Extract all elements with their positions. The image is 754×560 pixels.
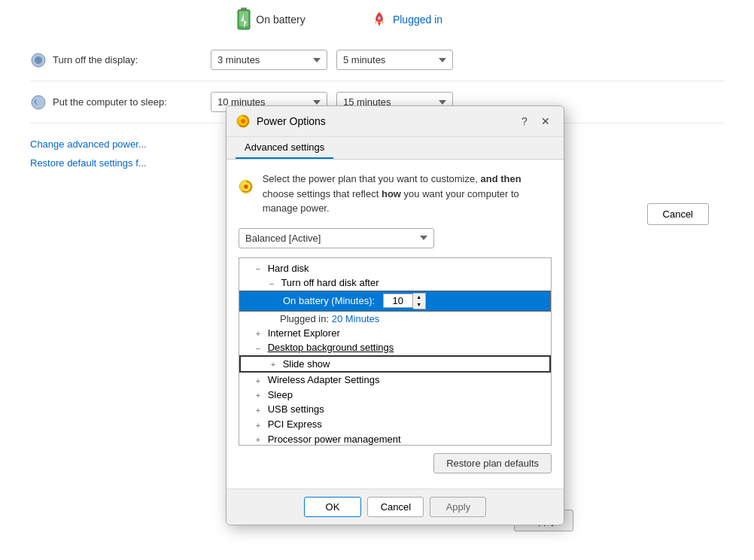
- usb-settings-item[interactable]: + USB settings: [239, 402, 551, 417]
- close-button[interactable]: ✕: [537, 112, 555, 130]
- turn-off-display-label: Turn off the display:: [53, 54, 138, 65]
- modal-content: Select the power plan that you want to c…: [227, 160, 564, 488]
- rocket-icon: [370, 11, 388, 29]
- turn-off-battery-dropdown[interactable]: 3 minutes 5 minutes 10 minutes 15 minute…: [211, 50, 327, 70]
- slide-show-label: Slide show: [283, 358, 330, 370]
- svg-point-7: [32, 96, 45, 109]
- usb-settings-label: USB settings: [268, 403, 324, 415]
- plugged-in-label: Plugged in: [393, 14, 442, 26]
- spinbox-up-button[interactable]: ▲: [413, 294, 425, 301]
- internet-explorer-item[interactable]: + Internet Explorer: [239, 326, 551, 341]
- help-button[interactable]: ?: [515, 112, 534, 130]
- ok-button[interactable]: OK: [304, 497, 362, 517]
- desktop-background-item[interactable]: − Desktop background settings: [239, 340, 551, 355]
- wireless-adapter-label: Wireless Adapter Settings: [268, 374, 380, 385]
- svg-point-6: [35, 56, 42, 64]
- expand-ie-icon: +: [253, 328, 263, 339]
- sleep-icon: [30, 94, 47, 111]
- pci-express-label: PCI Express: [268, 418, 322, 430]
- modal-title-text: Power Options: [257, 115, 326, 127]
- hard-disk-label: Hard disk: [268, 263, 309, 274]
- wireless-adapter-item[interactable]: + Wireless Adapter Settings: [239, 373, 551, 388]
- advanced-settings-tab[interactable]: Advanced settings: [236, 137, 333, 159]
- apply-button[interactable]: Apply: [430, 497, 486, 517]
- sleep-label-tree: Sleep: [268, 389, 293, 400]
- bg-cancel-area: Cancel: [647, 203, 709, 225]
- expand-usb-icon: +: [253, 405, 263, 415]
- description-area: Select the power plan that you want to c…: [239, 172, 552, 216]
- plugged-in-header: Plugged in: [370, 11, 442, 29]
- expand-slideshow-icon: +: [268, 359, 278, 370]
- plugged-in-minutes-label: Plugged in:: [280, 313, 329, 324]
- plugged-column-header: Plugged in: [346, 11, 467, 29]
- modal-power-icon: [239, 172, 254, 202]
- expand-sleep-icon: +: [253, 390, 263, 400]
- modal-title-controls: ? ✕: [515, 112, 555, 130]
- modal-titlebar: Power Options ? ✕: [227, 106, 564, 137]
- expand-processor-icon: +: [253, 434, 263, 445]
- collapse2-icon: −: [266, 278, 277, 289]
- modal-description-text: Select the power plan that you want to c…: [263, 172, 552, 216]
- plugged-in-minutes-item[interactable]: Plugged in: 20 Minutes: [239, 312, 551, 326]
- turn-off-plugged-dropdown[interactable]: 3 minutes 5 minutes 10 minutes 15 minute…: [336, 50, 453, 70]
- turn-off-hard-disk-item[interactable]: − Turn off hard disk after: [239, 275, 551, 291]
- desktop-background-label: Desktop background settings: [268, 342, 394, 353]
- pci-express-item[interactable]: + PCI Express: [239, 417, 551, 432]
- battery-icon: [236, 8, 251, 32]
- power-options-icon: [236, 114, 251, 129]
- plan-dropdown[interactable]: Balanced [Active] Power saver High perfo…: [239, 228, 434, 248]
- sleep-label: Put the computer to sleep:: [53, 96, 167, 108]
- spinbox-input[interactable]: [383, 294, 413, 308]
- hard-disk-item[interactable]: − Hard disk: [239, 261, 551, 276]
- spinbox-buttons: ▲ ▼: [413, 293, 426, 309]
- column-headers: On battery Plugged in: [30, 0, 724, 39]
- spinbox-down-button[interactable]: ▼: [413, 301, 425, 309]
- on-battery-minutes-label: On battery (Minutes):: [281, 294, 377, 307]
- processor-mgmt-item[interactable]: + Processor power management: [239, 432, 551, 446]
- on-battery-label: On battery: [256, 14, 305, 26]
- slide-show-item[interactable]: + Slide show: [239, 355, 551, 373]
- on-battery-minutes-item[interactable]: On battery (Minutes): ▲ ▼: [239, 291, 551, 312]
- internet-explorer-label: Internet Explorer: [268, 327, 340, 339]
- spinbox-container: ▲ ▼: [383, 293, 426, 309]
- turn-off-display-label-area: Turn off the display:: [30, 52, 211, 68]
- svg-point-4: [378, 17, 381, 20]
- turn-off-display-row: Turn off the display: 3 minutes 5 minute…: [30, 39, 724, 81]
- modal-title-left: Power Options: [236, 114, 326, 129]
- sleep-item[interactable]: + Sleep: [239, 388, 551, 403]
- expand-pci-icon: +: [253, 420, 263, 431]
- bg-cancel-button[interactable]: Cancel: [647, 203, 709, 225]
- plugged-in-minutes-value: 20 Minutes: [332, 313, 380, 324]
- processor-mgmt-label: Processor power management: [268, 434, 401, 445]
- modal-footer: OK Cancel Apply: [227, 488, 564, 525]
- settings-tree[interactable]: − Hard disk − Turn off hard disk after O…: [239, 257, 552, 446]
- display-icon: [30, 52, 47, 68]
- svg-point-9: [241, 119, 245, 123]
- battery-column-header: On battery: [211, 8, 331, 32]
- cancel-modal-button[interactable]: Cancel: [367, 497, 424, 517]
- svg-point-12: [245, 186, 247, 188]
- restore-btn-area: Restore plan defaults: [239, 453, 552, 473]
- modal-tab-bar: Advanced settings: [227, 137, 564, 160]
- turn-off-after-label: Turn off hard disk after: [281, 277, 379, 288]
- expand-wireless-icon: +: [253, 376, 263, 386]
- restore-plan-button[interactable]: Restore plan defaults: [433, 453, 552, 473]
- collapse-icon: −: [253, 263, 263, 274]
- expand-desktop-icon: −: [253, 343, 263, 354]
- sleep-label-area: Put the computer to sleep:: [30, 94, 211, 111]
- on-battery-header: On battery: [236, 8, 305, 32]
- power-options-modal: Power Options ? ✕ Advanced settings Sele…: [226, 105, 564, 525]
